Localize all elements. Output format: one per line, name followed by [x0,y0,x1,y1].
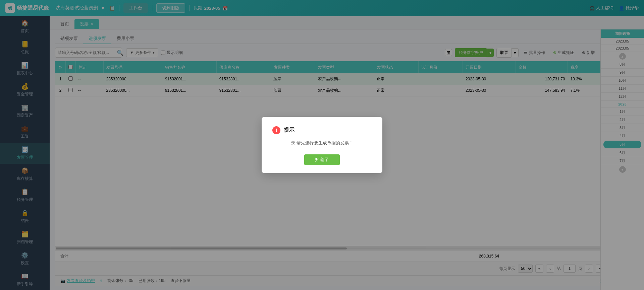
modal-dialog: ! 提示 亲,请先选择要生成单据的发票！ 知道了 [262,117,382,173]
modal-footer: 知道了 [272,154,372,165]
modal-title: 提示 [284,127,294,134]
modal-title-row: ! 提示 [272,126,372,134]
warning-icon: ! [272,126,280,134]
modal-message: 亲,请先选择要生成单据的发票！ [272,140,372,147]
modal-confirm-btn[interactable]: 知道了 [304,154,340,165]
modal-overlay[interactable]: ! 提示 亲,请先选择要生成单据的发票！ 知道了 [0,0,644,290]
